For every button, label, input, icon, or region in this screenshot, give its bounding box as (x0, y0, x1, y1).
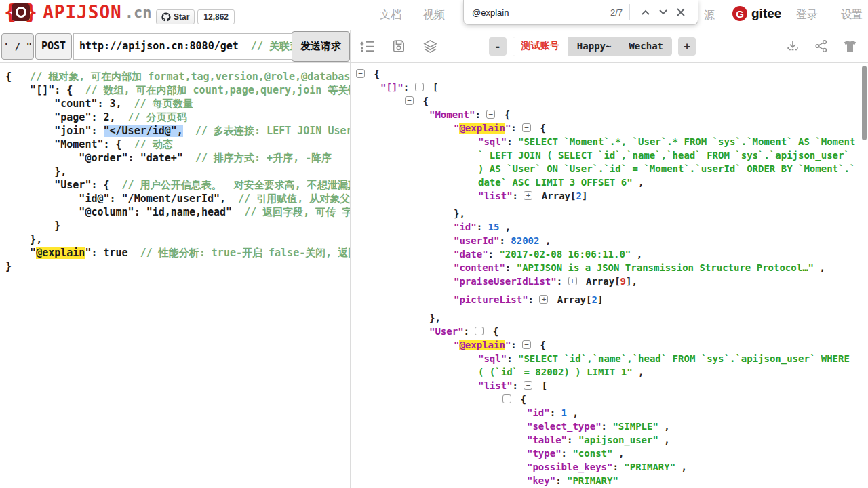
code-token: , (539, 235, 551, 246)
collapse-toggle-icon[interactable]: − (522, 340, 531, 349)
find-previous-button[interactable] (637, 3, 654, 21)
code-line: "User": − { (351, 325, 856, 338)
code-line: "type": "const" , (351, 447, 856, 460)
code-line: "@order": "date+" // 排序方式: +升序, -降序 (5, 151, 350, 165)
find-divider (629, 4, 630, 20)
code-token: // 动态 (122, 138, 173, 150)
account-tabs: 测试账号 Happy~ Wechat (513, 37, 672, 56)
collapse-toggle-icon[interactable]: − (356, 69, 365, 78)
code-token: "list" (478, 380, 513, 391)
code-line: }, (351, 311, 856, 325)
code-line: "Moment": − { (351, 108, 856, 121)
nav-login-link[interactable]: 登录 (796, 8, 818, 22)
code-token: "User": { (5, 179, 110, 191)
save-icon[interactable] (392, 39, 406, 53)
brand-suffix: .cn (125, 4, 152, 21)
code-token: : (505, 262, 517, 273)
expand-toggle-icon[interactable]: + (539, 295, 548, 304)
gitee-link[interactable]: G gitee (732, 6, 781, 21)
code-token: // 每页数量 (122, 98, 193, 110)
collapse-toggle-icon[interactable]: − (502, 394, 511, 403)
share-icon[interactable] (814, 39, 828, 53)
download-icon[interactable] (786, 39, 800, 53)
find-close-button[interactable] (672, 3, 690, 21)
nav-settings-link[interactable]: 设置 (841, 8, 863, 22)
code-token: , (612, 448, 624, 459)
collapse-toggle-icon[interactable]: − (522, 123, 531, 132)
remove-account-tab-button[interactable]: - (489, 37, 507, 56)
code-token: "userId" (454, 235, 499, 246)
code-line: "[]": − [ (351, 81, 856, 94)
code-token: 82002 (511, 235, 539, 246)
github-icon (161, 12, 171, 22)
code-token: : (513, 190, 524, 201)
collapse-toggle-icon[interactable]: − (405, 96, 414, 105)
code-line: − { (351, 392, 856, 406)
quote-style-button[interactable]: ' / " (1, 33, 34, 60)
code-token: "praiseUserIdList" (454, 276, 557, 287)
code-token: , (631, 249, 642, 260)
code-token: , (633, 177, 644, 188)
panel-divider[interactable] (350, 30, 351, 488)
code-token: : (528, 294, 540, 305)
tab-wechat[interactable]: Wechat (620, 37, 672, 56)
code-token: "date" (454, 249, 488, 260)
tab-happy[interactable]: Happy~ (568, 37, 620, 56)
request-json-editor[interactable]: { // 根对象, 可在内部加 format,tag,version,@role… (0, 63, 350, 488)
find-next-button[interactable] (654, 3, 672, 21)
code-line: "praiseUserIdList": + Array[9], (351, 274, 856, 288)
collapse-toggle-icon[interactable]: − (415, 83, 424, 92)
code-token: : (403, 82, 415, 93)
code-token: @explain (36, 247, 85, 259)
nav-source-partial-text[interactable]: 源 (704, 9, 715, 23)
http-method-button[interactable]: POST (35, 33, 72, 60)
tab-test-account[interactable]: 测试账号 (513, 37, 568, 56)
github-star-widget: Star 12,862 (156, 9, 235, 24)
code-line: "key": "PRIMARY" (351, 474, 856, 487)
code-token: Array[ (551, 294, 591, 305)
code-token: // 性能分析: true-开启 false-关闭, 返回执行 (128, 247, 350, 259)
code-token: "sql" (478, 136, 507, 147)
collapse-toggle-icon[interactable]: − (524, 381, 532, 390)
code-token: "list" (478, 190, 513, 201)
add-account-tab-button[interactable]: + (678, 37, 696, 56)
theme-shirt-icon[interactable] (843, 39, 857, 54)
code-line: "Moment": { // 动态 (5, 138, 350, 151)
code-token: "SELECT `Moment`.*, `User`.* FROM `sys`.… (478, 136, 855, 188)
code-token: "possible_keys" (527, 462, 612, 472)
layers-icon[interactable] (423, 39, 437, 54)
code-token: "select_type" (527, 421, 601, 432)
code-line: "table": "apijson_user" , (351, 433, 856, 447)
gitee-label: gitee (751, 6, 781, 21)
nav-videos-link[interactable]: 视频 (423, 8, 445, 22)
code-token: : (557, 276, 568, 287)
send-request-button[interactable]: 发送请求 (292, 31, 350, 62)
github-star-button[interactable]: Star (156, 9, 195, 24)
expand-toggle-icon[interactable]: + (524, 191, 532, 200)
code-line: "@column": "id,name,head" // 返回字段, 可传 字段… (5, 205, 350, 219)
code-token: , (658, 421, 670, 432)
code-line: "userId": 82002 , (351, 234, 856, 247)
collapse-toggle-icon[interactable]: − (475, 327, 484, 336)
code-line: "select_type": "SIMPLE" , (351, 420, 856, 433)
code-line: "date": "2017-02-08 16:06:11.0" , (351, 247, 856, 261)
find-query-input[interactable]: @explain (472, 7, 509, 18)
expand-toggle-icon[interactable]: + (568, 277, 577, 285)
code-token: "@order": "date+" (5, 152, 183, 164)
vertical-scrollbar-thumb[interactable] (862, 66, 867, 140)
code-token: "[]": { (5, 84, 73, 96)
nav-docs-link[interactable]: 文档 (380, 8, 401, 22)
brand-logo[interactable]: { } APIJSON .cn (4, 2, 151, 22)
code-token: "key" (527, 475, 555, 486)
code-token: 2 (591, 294, 597, 305)
code-token: // 数组, 可在内部加 count,page,query,join 等关键词键 (73, 84, 350, 96)
add-to-list-icon[interactable] (360, 39, 374, 54)
collapse-toggle-icon[interactable]: − (486, 110, 495, 119)
code-token: , (567, 407, 578, 418)
code-token: : (488, 249, 500, 260)
code-token: "PRIMARY" (567, 475, 618, 486)
code-token: , (499, 222, 511, 232)
star-count[interactable]: 12,862 (197, 9, 235, 24)
code-line: "User": { // 用户公开信息表。 对安全要求高, 不想泄漏真实姓 (5, 178, 350, 192)
code-line: "id": 15 , (351, 220, 856, 234)
